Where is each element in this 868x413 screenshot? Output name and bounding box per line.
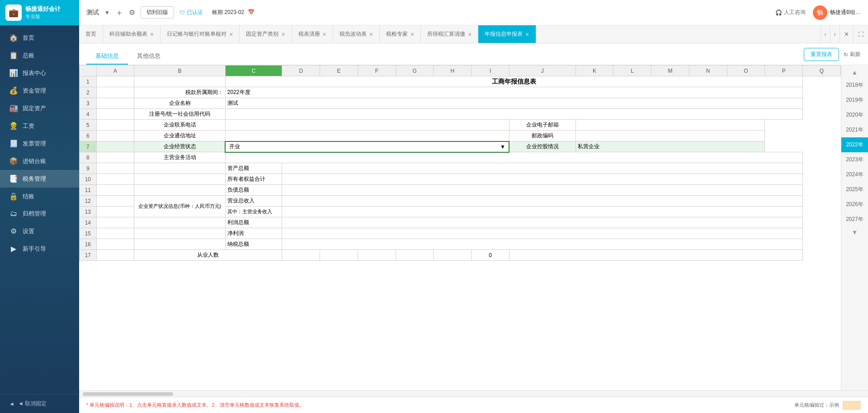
col-q-header[interactable]: Q [803, 66, 841, 76]
col-f-header[interactable]: F [358, 66, 396, 76]
cell-17b[interactable]: 从业人数 [134, 250, 282, 261]
tab-home[interactable]: 首页 [79, 25, 103, 43]
company-dropdown[interactable]: ▼ [104, 9, 110, 16]
tab-yearreport[interactable]: 年报信息申报表 × [478, 25, 536, 43]
sidebar-item-ledger[interactable]: 📋 总账 [0, 47, 79, 64]
year-item-2020[interactable]: 2020年 [841, 108, 868, 122]
col-a-header[interactable]: A [96, 66, 134, 76]
col-i-header[interactable]: I [472, 66, 509, 76]
settings-btn[interactable]: ⚙ [129, 8, 135, 17]
cell-16b[interactable] [134, 239, 225, 250]
sidebar-collapse-btn[interactable]: ◄ ◄ 取消固定 [0, 394, 79, 413]
year-item-2026[interactable]: 2026年 [841, 197, 868, 212]
tab-taxcheck[interactable]: 税检专家 × [380, 25, 421, 43]
tabs-prev-btn[interactable]: ‹ [821, 25, 830, 43]
cell-6j[interactable]: 邮政编码 [509, 131, 576, 141]
cell-6b[interactable]: 企业通信地址 [134, 131, 225, 141]
reset-report-button[interactable]: 重置报表 [804, 48, 839, 61]
cell-7c-dropdown[interactable]: 开业 ▼ [225, 141, 509, 152]
sidebar-item-assets[interactable]: 🏭 固定资产 [0, 99, 79, 117]
year-item-2018[interactable]: 2018年 [841, 78, 868, 93]
spreadsheet-container[interactable]: A B C D E F G H I J K L M N O [79, 65, 841, 390]
col-e-header[interactable]: E [320, 66, 358, 76]
year-item-2027[interactable]: 2027年 [841, 212, 868, 227]
cell-8a[interactable] [96, 152, 134, 163]
tab-income[interactable]: 所得税汇算清缴 × [421, 25, 478, 43]
cell-16a[interactable] [96, 239, 134, 250]
cell-15d[interactable] [282, 228, 803, 239]
cell-16c[interactable]: 纳税总额 [225, 239, 282, 250]
tabs-next-btn[interactable]: › [830, 25, 840, 43]
sub-tab-basic[interactable]: 基础信息 [86, 48, 128, 65]
cell-11d[interactable] [282, 185, 803, 196]
dropdown-container[interactable]: 开业 ▼ [227, 143, 507, 150]
tab-close-icon[interactable]: × [369, 31, 373, 38]
sidebar-item-archive[interactable]: 🗂 归档管理 [0, 205, 79, 222]
dropdown-arrow-icon[interactable]: ▼ [500, 144, 505, 150]
cell-11c[interactable]: 负债总额 [225, 185, 282, 196]
sidebar-item-capital[interactable]: 💰 资金管理 [0, 82, 79, 99]
service-button[interactable]: 🎧 人工咨询 [775, 9, 806, 16]
cell-17d[interactable] [282, 250, 320, 261]
cell-9d[interactable] [282, 163, 803, 174]
sidebar-item-settings[interactable]: ⚙ 设置 [0, 222, 79, 240]
cell-1a[interactable] [96, 76, 134, 87]
h-scroll-thumb[interactable] [83, 392, 173, 396]
cell-12c[interactable]: 营业总收入 [225, 196, 282, 206]
cell-6c[interactable] [225, 131, 509, 141]
cell-17e[interactable] [320, 250, 358, 261]
col-c-header[interactable]: C [225, 66, 282, 76]
tabs-close-all-btn[interactable]: × [840, 25, 853, 43]
cell-3c[interactable]: 测试 [225, 98, 802, 109]
cell-14a[interactable] [96, 217, 134, 228]
tab-close-icon[interactable]: × [525, 31, 529, 38]
cell-7b[interactable]: 企业经营状态 [134, 141, 225, 152]
cell-10c[interactable]: 所有者权益合计 [225, 174, 282, 185]
col-b-header[interactable]: B [134, 66, 225, 76]
cell-17i[interactable]: 0 [472, 250, 509, 261]
col-h-header[interactable]: H [434, 66, 472, 76]
col-m-header[interactable]: M [651, 66, 689, 76]
cell-9a[interactable] [96, 163, 134, 174]
tabs-expand-btn[interactable]: ⛶ [853, 25, 868, 43]
cell-12a[interactable] [96, 196, 134, 206]
year-item-2019[interactable]: 2019年 [841, 93, 868, 108]
old-version-button[interactable]: 切到旧版 [141, 6, 174, 19]
tab-close-icon[interactable]: × [150, 31, 154, 38]
cell-15c[interactable]: 净利润 [225, 228, 282, 239]
sidebar-item-invoice[interactable]: 🧾 发票管理 [0, 135, 79, 152]
refresh-button[interactable]: ↻ 刷新 [844, 51, 861, 58]
cell-7j[interactable]: 企业控股情况 [509, 141, 576, 152]
col-o-header[interactable]: O [727, 66, 765, 76]
cell-8c[interactable] [225, 152, 802, 163]
year-scroll-down-btn[interactable]: ▼ [850, 227, 860, 238]
col-p-header[interactable]: P [765, 66, 803, 76]
col-l-header[interactable]: L [613, 66, 651, 76]
cell-15b[interactable] [134, 228, 225, 239]
tab-close-icon[interactable]: × [229, 31, 233, 38]
cell-4b[interactable]: 注册号/统一社会信用代码 [134, 109, 225, 120]
add-company-btn[interactable]: ＋ [115, 7, 123, 18]
cell-4a[interactable] [96, 109, 134, 120]
sidebar-item-close[interactable]: 🔒 结账 [0, 188, 79, 205]
cell-17j[interactable] [509, 250, 802, 261]
cell-3a[interactable] [96, 98, 134, 109]
cell-5a[interactable] [96, 120, 134, 131]
col-d-header[interactable]: D [282, 66, 320, 76]
tab-aux[interactable]: 科目辅助余额表 × [103, 25, 160, 43]
cell-16d[interactable] [282, 239, 803, 250]
cell-title[interactable]: 工商年报信息表 [225, 76, 802, 87]
year-item-2025[interactable]: 2025年 [841, 182, 868, 197]
tab-taxlist[interactable]: 税表清册 × [292, 25, 333, 43]
year-item-2021[interactable]: 2021年 [841, 122, 868, 137]
cell-17g[interactable] [396, 250, 434, 261]
cell-12b[interactable]: 企业资产状况信息(币种：人民币万元) [134, 196, 225, 217]
tab-fixed-assets[interactable]: 固定资产类别 × [240, 25, 292, 43]
cell-17a[interactable] [96, 250, 134, 261]
cell-9c[interactable]: 资产总额 [225, 163, 282, 174]
calendar-icon[interactable]: 📅 [248, 9, 255, 15]
tab-close-icon[interactable]: × [281, 31, 285, 38]
cell-13c[interactable]: 其中：主营业务收入 [225, 206, 282, 217]
cell-5b[interactable]: 企业联系电话 [134, 120, 225, 131]
tab-journal[interactable]: 日记账与银行对账单核对 × [160, 25, 240, 43]
